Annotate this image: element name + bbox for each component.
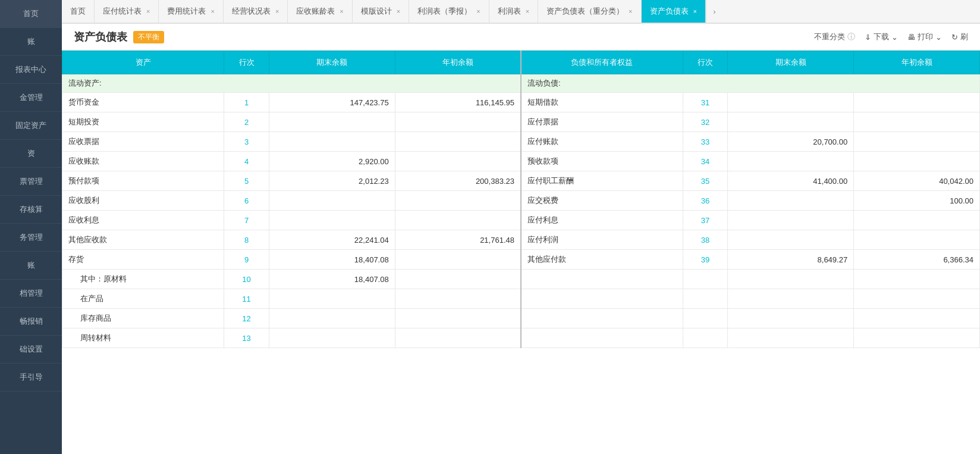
cell-liability: 短期借款 bbox=[521, 93, 683, 112]
tab-balance-reclassified[interactable]: 资产负债表（重分类） × bbox=[538, 0, 641, 23]
cell-liability-row-num bbox=[683, 309, 728, 328]
tab-close-profit-quarterly[interactable]: × bbox=[476, 8, 480, 15]
tab-close-operation-status[interactable]: × bbox=[275, 8, 279, 15]
cell-end-amount bbox=[269, 132, 395, 152]
tab-close-template-design[interactable]: × bbox=[397, 8, 400, 15]
download-button[interactable]: ⇓ 下载 ⌄ bbox=[865, 32, 898, 42]
cell-end-amount: 147,423.75 bbox=[269, 93, 395, 112]
table-header-row: 资产 行次 期末余额 年初余额 负债和所有者权益 行次 期末余额 年初余额 bbox=[62, 51, 980, 74]
cell-begin-amount bbox=[395, 270, 521, 289]
not-reclassify-option[interactable]: 不重分类 ⓘ bbox=[814, 32, 855, 42]
sidebar-item-account[interactable]: 账 bbox=[0, 28, 62, 56]
question-icon: ⓘ bbox=[847, 32, 855, 42]
cell-end-amount bbox=[269, 191, 395, 211]
cell-liability-begin-amount bbox=[854, 230, 980, 250]
tab-close-balance-sheet[interactable]: × bbox=[693, 8, 697, 15]
cell-asset: 周转材料 bbox=[62, 328, 224, 348]
table-row: 货币资金 1 147,423.75 116,145.95 短期借款 31 bbox=[62, 93, 980, 112]
table-row: 周转材料 13 bbox=[62, 328, 980, 348]
print-button[interactable]: 🖶 打印 ⌄ bbox=[907, 32, 942, 42]
table-row: 预付款项 5 2,012.23 200,383.23 应付职工薪酬 35 41,… bbox=[62, 171, 980, 191]
sidebar-item-expense[interactable]: 畅报销 bbox=[0, 308, 62, 336]
cell-row-num: 7 bbox=[224, 211, 269, 230]
sidebar-item-tax-management[interactable]: 务管理 bbox=[0, 224, 62, 252]
page-title-area: 资产负债表 不平衡 bbox=[74, 30, 164, 44]
cell-liability-end-amount bbox=[728, 289, 854, 309]
refresh-button[interactable]: ↻ 刷 bbox=[951, 32, 968, 42]
sidebar-item-fund-management[interactable]: 金管理 bbox=[0, 84, 62, 112]
cell-asset: 其中：原材料 bbox=[62, 270, 224, 289]
tab-operation-status[interactable]: 经营状况表 × bbox=[224, 0, 288, 23]
cell-liability-end-amount bbox=[728, 112, 854, 132]
cell-row-num: 2 bbox=[224, 112, 269, 132]
cell-end-amount: 18,407.08 bbox=[269, 270, 395, 289]
header-liability-equity: 负债和所有者权益 bbox=[521, 51, 683, 74]
balance-sheet-table: 资产 行次 期末余额 年初余额 负债和所有者权益 行次 期末余额 年初余额 流动… bbox=[62, 51, 980, 348]
sidebar-item-inventory[interactable]: 存核算 bbox=[0, 196, 62, 224]
cell-liability bbox=[521, 328, 683, 348]
sidebar-item-home[interactable]: 首页 bbox=[0, 0, 62, 28]
tab-scroll-right[interactable]: › bbox=[706, 0, 723, 23]
sidebar-item-file-management[interactable]: 档管理 bbox=[0, 280, 62, 308]
table-row: 其中：原材料 10 18,407.08 bbox=[62, 270, 980, 289]
cell-begin-amount bbox=[395, 250, 521, 270]
table-row: 应收股利 6 应交税费 36 100.00 bbox=[62, 191, 980, 211]
cell-liability-end-amount: 20,700.00 bbox=[728, 132, 854, 152]
tab-close-balance-reclassified[interactable]: × bbox=[629, 8, 632, 15]
sidebar-item-assets[interactable]: 资 bbox=[0, 140, 62, 168]
tab-profit-quarterly[interactable]: 利润表（季报） × bbox=[409, 0, 489, 23]
table-row: 其他应收款 8 22,241.04 21,761.48 应付利润 38 bbox=[62, 230, 980, 250]
sidebar-item-fixed-assets[interactable]: 固定资产 bbox=[0, 112, 62, 140]
cell-liability-begin-amount: 6,366.34 bbox=[854, 250, 980, 270]
sidebar-item-ledger[interactable]: 账 bbox=[0, 252, 62, 280]
page-title: 资产负债表 bbox=[74, 30, 127, 44]
cell-liability-begin-amount: 100.00 bbox=[854, 191, 980, 211]
tab-close-profit[interactable]: × bbox=[526, 8, 529, 15]
cell-liability bbox=[521, 289, 683, 309]
cell-asset: 在产品 bbox=[62, 289, 224, 309]
cell-begin-amount bbox=[395, 211, 521, 230]
sidebar-item-report-center[interactable]: 报表中心 bbox=[0, 56, 62, 84]
download-icon: ⇓ bbox=[865, 33, 871, 42]
cell-asset: 库存商品 bbox=[62, 309, 224, 328]
cell-liability-row-num: 34 bbox=[683, 152, 728, 171]
cell-row-num: 9 bbox=[224, 250, 269, 270]
cell-liability-row-num: 35 bbox=[683, 171, 728, 191]
cell-liability-end-amount bbox=[728, 309, 854, 328]
tab-profit[interactable]: 利润表 × bbox=[489, 0, 538, 23]
cell-liability-row-num: 37 bbox=[683, 211, 728, 230]
tab-template-design[interactable]: 模版设计 × bbox=[353, 0, 409, 23]
tab-home[interactable]: 首页 bbox=[62, 0, 95, 23]
sidebar-item-ticket-management[interactable]: 票管理 bbox=[0, 168, 62, 196]
tab-expense-stats[interactable]: 费用统计表 × bbox=[159, 0, 223, 23]
cell-asset: 应收票据 bbox=[62, 132, 224, 152]
tab-close-payable-stats[interactable]: × bbox=[146, 8, 150, 15]
cell-liability: 应付利润 bbox=[521, 230, 683, 250]
cell-liability-row-num: 36 bbox=[683, 191, 728, 211]
cell-liability-end-amount bbox=[728, 93, 854, 112]
tab-close-expense-stats[interactable]: × bbox=[211, 8, 214, 15]
sidebar-item-guide[interactable]: 手引导 bbox=[0, 364, 62, 392]
cell-liability: 应交税费 bbox=[521, 191, 683, 211]
cell-begin-amount: 116,145.95 bbox=[395, 93, 521, 112]
cell-row-num: 5 bbox=[224, 171, 269, 191]
cell-asset: 应收账款 bbox=[62, 152, 224, 171]
header-actions: 不重分类 ⓘ ⇓ 下载 ⌄ 🖶 打印 ⌄ ↻ 刷 bbox=[814, 32, 968, 42]
tab-payable-stats[interactable]: 应付统计表 × bbox=[95, 0, 159, 23]
cell-liability-begin-amount bbox=[854, 112, 980, 132]
cell-liability-end-amount: 8,649.27 bbox=[728, 250, 854, 270]
tab-close-receivable-aging[interactable]: × bbox=[340, 8, 343, 15]
tab-receivable-aging[interactable]: 应收账龄表 × bbox=[288, 0, 352, 23]
download-chevron-icon: ⌄ bbox=[891, 33, 898, 42]
cell-liability: 应付账款 bbox=[521, 132, 683, 152]
tab-balance-sheet[interactable]: 资产负债表 × bbox=[642, 0, 706, 23]
cell-end-amount: 22,241.04 bbox=[269, 230, 395, 250]
cell-end-amount: 18,407.08 bbox=[269, 250, 395, 270]
cell-liability-end-amount bbox=[728, 270, 854, 289]
section-current-assets: 流动资产: 流动负债: bbox=[62, 74, 980, 93]
cell-liability-row-num bbox=[683, 270, 728, 289]
cell-end-amount: 2,920.00 bbox=[269, 152, 395, 171]
cell-liability-begin-amount bbox=[854, 132, 980, 152]
cell-end-amount bbox=[269, 211, 395, 230]
sidebar-item-basic-settings[interactable]: 础设置 bbox=[0, 336, 62, 364]
